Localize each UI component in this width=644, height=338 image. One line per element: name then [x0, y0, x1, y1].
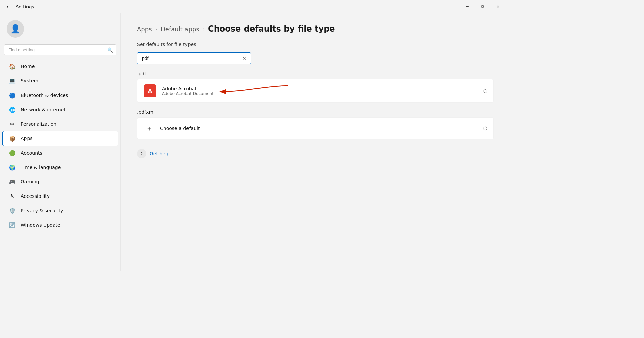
get-help[interactable]: ? Get help [137, 149, 494, 158]
nav-label-time: Time & language [21, 165, 61, 170]
nav-label-gaming: Gaming [21, 179, 39, 184]
sidebar-item-accessibility[interactable]: ♿ Accessibility [2, 189, 118, 203]
nav-icon-time: 🌍 [9, 164, 16, 171]
nav-label-network: Network & internet [21, 107, 66, 112]
get-help-label[interactable]: Get help [150, 151, 170, 156]
sidebar-item-apps[interactable]: 📦 Apps [2, 131, 118, 146]
sidebar-item-privacy[interactable]: 🛡️ Privacy & security [2, 204, 118, 218]
pdf-section: .pdf A Adobe Acrobat Adobe Acrobat Docum… [137, 71, 494, 103]
breadcrumb-sep-1: › [155, 26, 157, 32]
sidebar-item-gaming[interactable]: 🎮 Gaming [2, 175, 118, 189]
breadcrumb-default-apps[interactable]: Default apps [161, 25, 199, 33]
plus-icon: ＋ [143, 122, 155, 134]
nav-icon-apps: 📦 [9, 135, 16, 142]
pdf-app-text: Adobe Acrobat Adobe Acrobat Document [162, 86, 479, 96]
breadcrumb-sep-2: › [203, 26, 205, 32]
window-controls: ─ ⧉ ✕ [460, 1, 506, 12]
nav-icon-update: 🔄 [9, 221, 16, 229]
pdf-row[interactable]: A Adobe Acrobat Adobe Acrobat Document [137, 79, 494, 103]
titlebar: ← Settings ─ ⧉ ✕ [0, 0, 510, 13]
pdfxml-row[interactable]: ＋ Choose a default ⬡ [137, 117, 494, 139]
search-icon: 🔍 [107, 47, 113, 53]
sidebar-item-system[interactable]: 💻 System [2, 74, 118, 88]
titlebar-title: Settings [16, 4, 34, 9]
external-link-icon-pdfxml: ⬡ [483, 126, 487, 131]
sidebar-item-home[interactable]: 🏠 Home [2, 59, 118, 73]
nav-label-system: System [21, 78, 38, 83]
acrobat-icon: A [144, 84, 156, 97]
pdfxml-app-text: Choose a default [160, 126, 479, 131]
nav-icon-accessibility: ♿ [9, 192, 16, 200]
nav-label-accounts: Accounts [21, 150, 42, 156]
help-icon: ? [137, 149, 146, 158]
sidebar-item-time[interactable]: 🌍 Time & language [2, 160, 118, 174]
avatar: 👤 [7, 20, 24, 38]
pdf-label: .pdf [137, 71, 494, 76]
pdf-app-desc: Adobe Acrobat Document [162, 91, 479, 96]
main-content: Apps › Default apps › Choose defaults by… [121, 13, 510, 271]
filter-clear-button[interactable]: ✕ [241, 55, 248, 62]
sidebar-item-update[interactable]: 🔄 Windows Update [2, 218, 118, 232]
nav-label-privacy: Privacy & security [21, 208, 63, 213]
search-box: 🔍 [4, 44, 116, 55]
pdfxml-label: .pdfxml [137, 109, 494, 115]
sidebar-item-bluetooth[interactable]: 🔵 Bluetooth & devices [2, 88, 118, 102]
pdfxml-section: .pdfxml ＋ Choose a default ⬡ [137, 109, 494, 139]
nav-label-accessibility: Accessibility [21, 193, 50, 199]
search-input[interactable] [4, 44, 116, 55]
external-link-icon-pdf: ⬡ [483, 88, 487, 94]
pdfxml-choose-default: Choose a default [160, 126, 479, 131]
nav-icon-system: 💻 [9, 77, 16, 84]
sidebar: 👤 🔍 🏠 Home 💻 System 🔵 Bluetooth & device… [0, 13, 121, 271]
maximize-button[interactable]: ⧉ [475, 1, 490, 12]
nav-label-apps: Apps [21, 136, 33, 141]
nav-icon-gaming: 🎮 [9, 178, 16, 185]
sidebar-nav: 🏠 Home 💻 System 🔵 Bluetooth & devices 🌐 … [0, 59, 120, 232]
nav-label-home: Home [21, 64, 35, 69]
nav-icon-network: 🌐 [9, 106, 16, 113]
nav-label-personalization: Personalization [21, 121, 56, 127]
nav-icon-bluetooth: 🔵 [9, 92, 16, 99]
nav-label-update: Windows Update [21, 222, 60, 228]
nav-label-bluetooth: Bluetooth & devices [21, 93, 68, 98]
pdf-app-name: Adobe Acrobat [162, 86, 479, 91]
nav-icon-personalization: ✏️ [9, 120, 16, 128]
page-title: Choose defaults by file type [208, 24, 335, 34]
sidebar-item-accounts[interactable]: 🟢 Accounts [2, 146, 118, 160]
sidebar-item-personalization[interactable]: ✏️ Personalization [2, 117, 118, 131]
user-avatar-section: 👤 [0, 16, 120, 43]
breadcrumb-apps[interactable]: Apps [137, 25, 152, 33]
minimize-button[interactable]: ─ [460, 1, 475, 12]
sidebar-item-network[interactable]: 🌐 Network & internet [2, 103, 118, 117]
filter-input[interactable] [137, 52, 251, 64]
acrobat-icon-wrap: A [143, 84, 157, 98]
back-button[interactable]: ← [4, 2, 13, 11]
filter-input-wrap: ✕ [137, 52, 251, 64]
breadcrumb: Apps › Default apps › Choose defaults by… [137, 24, 494, 34]
nav-icon-privacy: 🛡️ [9, 207, 16, 214]
nav-icon-accounts: 🟢 [9, 149, 16, 157]
nav-icon-home: 🏠 [9, 63, 16, 70]
app-body: 👤 🔍 🏠 Home 💻 System 🔵 Bluetooth & device… [0, 13, 510, 271]
section-subtitle: Set defaults for file types [137, 42, 494, 47]
close-button[interactable]: ✕ [490, 1, 506, 12]
